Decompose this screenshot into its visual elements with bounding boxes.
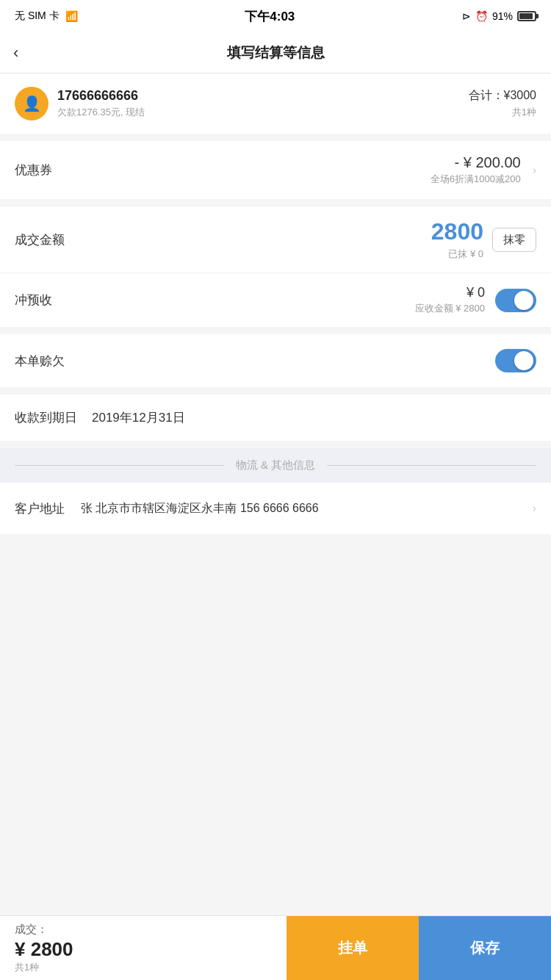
precollect-label: 冲预收	[15, 292, 52, 309]
amount-section: 成交金额 2800 已抹 ¥ 0 抹零 冲预收 ¥ 0 应收金额 ¥ 2800	[0, 206, 551, 327]
precollect-sub: 应收金额 ¥ 2800	[415, 302, 485, 315]
precollect-right: ¥ 0 应收金额 ¥ 2800	[415, 285, 536, 315]
precollect-row: 冲预收 ¥ 0 应收金额 ¥ 2800	[0, 273, 551, 327]
address-section: 客户地址 张 北京市市辖区海淀区永丰南 156 6666 6666 ›	[0, 483, 551, 534]
coupon-chevron: ›	[533, 164, 536, 177]
alarm-icon: ⏰	[475, 10, 488, 22]
user-info: 👤 17666666666 欠款1276.35元, 现结	[15, 87, 145, 120]
debt-label: 本单赊欠	[15, 353, 65, 370]
debt-row: 本单赊欠	[0, 334, 551, 387]
gray-area	[0, 541, 551, 630]
location-icon: ⊳	[462, 10, 471, 22]
transaction-row: 成交金额 2800 已抹 ¥ 0 抹零	[0, 206, 551, 273]
coupon-section: 优惠券 - ¥ 200.00 全场6折满1000减200 ›	[0, 141, 551, 199]
address-label: 客户地址	[15, 500, 73, 517]
coupon-desc: 全场6折满1000减200	[431, 173, 521, 186]
nav-bar: ‹ 填写结算等信息	[0, 32, 551, 73]
divider-text: 物流 & 其他信息	[236, 458, 315, 472]
round-button[interactable]: 抹零	[492, 228, 536, 252]
battery-percent: 91%	[492, 10, 513, 22]
coupon-amount: - ¥ 200.00	[431, 154, 521, 171]
divider-line-right	[327, 465, 536, 466]
avatar: 👤	[15, 87, 48, 120]
debt-section: 本单赊欠	[0, 334, 551, 387]
precollect-toggle[interactable]	[495, 289, 536, 312]
no-sim-text: 无 SIM 卡	[15, 10, 60, 23]
coupon-right: - ¥ 200.00 全场6折满1000减200 ›	[431, 154, 536, 186]
transaction-amount: 2800	[431, 218, 483, 245]
bottom-amount: ¥ 2800	[15, 938, 272, 961]
user-details: 17666666666 欠款1276.35元, 现结	[57, 88, 145, 119]
order-count: 共1种	[469, 106, 537, 119]
date-section: 收款到期日 2019年12月31日	[0, 394, 551, 441]
transaction-sub: 已抹 ¥ 0	[431, 248, 483, 261]
address-value: 张 北京市市辖区海淀区永丰南 156 6666 6666	[81, 500, 528, 517]
user-card: 👤 17666666666 欠款1276.35元, 现结 合计：¥3000 共1…	[0, 73, 551, 134]
order-summary: 合计：¥3000 共1种	[469, 88, 537, 119]
transaction-amount-col: 2800 已抹 ¥ 0	[431, 218, 483, 261]
battery-icon	[517, 11, 536, 21]
user-debt: 欠款1276.35元, 现结	[57, 106, 145, 119]
date-row: 收款到期日 2019年12月31日	[0, 394, 551, 441]
transaction-label: 成交金额	[15, 231, 65, 248]
status-time: 下午4:03	[245, 8, 295, 25]
wifi-icon: 📶	[65, 10, 78, 22]
hang-button[interactable]: 挂单	[287, 916, 419, 981]
precollect-amount: ¥ 0 应收金额 ¥ 2800	[415, 285, 485, 315]
save-button[interactable]: 保存	[419, 916, 551, 981]
address-chevron: ›	[533, 502, 536, 515]
precollect-value: ¥ 0	[415, 285, 485, 300]
coupon-label: 优惠券	[15, 162, 52, 179]
debt-toggle[interactable]	[495, 349, 536, 372]
bottom-summary: 成交： ¥ 2800 共1种	[0, 923, 287, 974]
status-right: ⊳ ⏰ 91%	[462, 10, 536, 22]
date-value: 2019年12月31日	[92, 409, 185, 426]
divider-section: 物流 & 其他信息	[0, 448, 551, 483]
coupon-row[interactable]: 优惠券 - ¥ 200.00 全场6折满1000减200 ›	[0, 141, 551, 199]
address-row[interactable]: 客户地址 张 北京市市辖区海淀区永丰南 156 6666 6666 ›	[0, 483, 551, 534]
page-title: 填写结算等信息	[227, 43, 325, 62]
debt-toggle-knob	[514, 351, 533, 370]
divider-line-left	[15, 465, 224, 466]
back-button[interactable]: ‹	[13, 43, 18, 62]
toggle-knob	[514, 291, 533, 310]
date-label: 收款到期日	[15, 409, 77, 426]
transaction-right: 2800 已抹 ¥ 0 抹零	[431, 218, 536, 261]
user-phone: 17666666666	[57, 88, 145, 104]
bottom-count: 共1种	[15, 961, 272, 974]
status-left: 无 SIM 卡 📶	[15, 10, 78, 23]
main-content: 👤 17666666666 欠款1276.35元, 现结 合计：¥3000 共1…	[0, 73, 551, 696]
status-bar: 无 SIM 卡 📶 下午4:03 ⊳ ⏰ 91%	[0, 0, 551, 32]
bottom-bar: 成交： ¥ 2800 共1种 挂单 保存	[0, 915, 551, 980]
bottom-label: 成交：	[15, 923, 272, 937]
order-total: 合计：¥3000	[469, 88, 537, 104]
